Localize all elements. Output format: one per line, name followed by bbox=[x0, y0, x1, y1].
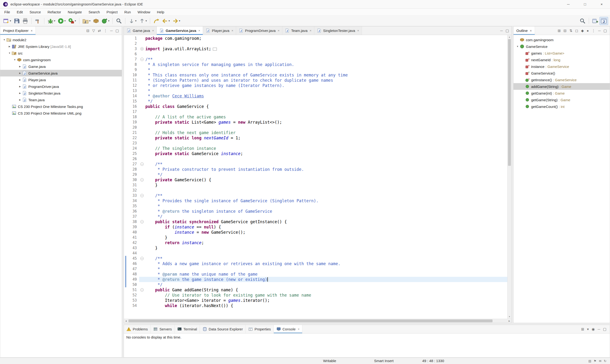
explorer-item-src[interactable]: ▼src bbox=[0, 50, 122, 56]
vertical-scroll-track[interactable] bbox=[507, 39, 511, 315]
collapsed-arrow-icon[interactable]: ▶ bbox=[7, 45, 12, 48]
notifications-icon[interactable]: ⚑ bbox=[593, 359, 598, 363]
code-line-20[interactable]: 20 bbox=[124, 125, 507, 130]
code-text[interactable]: public class GameService { bbox=[145, 104, 507, 109]
horizontal-scroll-thumb[interactable] bbox=[129, 319, 493, 322]
code-text[interactable] bbox=[145, 251, 507, 256]
explorer-item-programdriver-java[interactable]: ▶JProgramDriver.java bbox=[0, 83, 122, 90]
code-text[interactable]: * (Singleton Pattern) and uses an iterat… bbox=[145, 78, 507, 83]
outline-item-addgame-string[interactable]: addGame(String) : Game bbox=[514, 83, 610, 90]
code-line-52[interactable]: 52 // Use iterator to look for existing … bbox=[124, 293, 507, 298]
editor-tab-player-java[interactable]: JPlayer.java× bbox=[203, 26, 236, 35]
next-annotation-button[interactable]: ▾ bbox=[127, 17, 138, 25]
debug-button[interactable]: ▾ bbox=[46, 17, 57, 25]
editor-tab-gameservice-java[interactable]: JGameService.java× bbox=[157, 26, 203, 35]
menu-window[interactable]: Window bbox=[134, 9, 154, 16]
code-text[interactable]: // Holds the next game identifier bbox=[145, 130, 507, 135]
code-text[interactable]: * Adds a new game instance or retrieves … bbox=[145, 261, 507, 266]
horizontal-scrollbar[interactable]: ◀ ▶ bbox=[124, 319, 511, 323]
code-line-23[interactable]: 23 bbox=[124, 141, 507, 146]
code-text[interactable]: * bbox=[145, 67, 507, 72]
code-line-3[interactable]: 3+import java.util.ArrayList; bbox=[124, 46, 507, 52]
code-text[interactable]: } bbox=[145, 235, 507, 240]
editor-tab-team-java[interactable]: JTeam.java× bbox=[282, 26, 314, 35]
forward-button[interactable]: ▾ bbox=[171, 17, 182, 25]
code-text[interactable]: /** bbox=[145, 193, 507, 198]
code-text[interactable]: Iterator<Game> iterator = games.iterator… bbox=[145, 298, 507, 303]
dropdown-arrow-icon[interactable]: ▾ bbox=[146, 19, 147, 22]
code-text[interactable]: * @return the game instance (new or exis… bbox=[145, 277, 507, 282]
open-perspective-button[interactable] bbox=[591, 17, 599, 25]
fold-collapse-icon[interactable]: − bbox=[139, 219, 145, 224]
code-line-21[interactable]: 21 // Holds the next game identifier bbox=[124, 130, 507, 135]
code-line-42[interactable]: 42 return instance; bbox=[124, 240, 507, 245]
code-line-47[interactable]: 47 * bbox=[124, 266, 507, 272]
hide-fields-icon[interactable]: ◻ bbox=[574, 28, 580, 33]
code-text[interactable]: private static GameService instance; bbox=[145, 151, 507, 156]
code-line-51[interactable]: 51− public Game addGame(String name) { bbox=[124, 287, 507, 293]
save-button[interactable] bbox=[13, 17, 21, 25]
close-tab-icon[interactable]: × bbox=[198, 29, 200, 32]
view-tab-servers[interactable]: Servers bbox=[151, 325, 175, 333]
explorer-item-cs-230-project-one-milestone-uml-png[interactable]: CS 230 Project One Milestone UML.png bbox=[0, 110, 122, 117]
code-line-32[interactable]: 32 bbox=[124, 188, 507, 193]
maximize-icon[interactable]: ▢ bbox=[602, 28, 608, 33]
code-line-29[interactable]: 29 */ bbox=[124, 172, 507, 177]
code-text[interactable]: * or retrieve game instances by name (It… bbox=[145, 83, 507, 88]
menu-run[interactable]: Run bbox=[121, 9, 134, 16]
view-menu-icon[interactable]: ⋮ bbox=[102, 28, 109, 33]
previous-annotation-button[interactable]: ▾ bbox=[138, 17, 148, 25]
open-search-dialog-button[interactable] bbox=[115, 17, 123, 25]
code-line-54[interactable]: 54 while (iterator.hasNext()) { bbox=[124, 303, 507, 308]
close-tab-icon[interactable]: × bbox=[310, 29, 311, 32]
code-text[interactable]: * @return the singleton instance of Game… bbox=[145, 209, 507, 214]
code-text[interactable]: * This class ensures only one instance o… bbox=[145, 72, 507, 78]
vertical-sash[interactable] bbox=[122, 26, 124, 358]
sort-icon[interactable]: ⇅ bbox=[568, 28, 574, 33]
code-line-37[interactable]: 37 */ bbox=[124, 214, 507, 219]
code-text[interactable]: return instance; bbox=[145, 240, 507, 245]
code-line-50[interactable]: 50 */ bbox=[124, 282, 507, 287]
close-tab-icon[interactable]: × bbox=[357, 29, 359, 32]
window-maximize-button[interactable]: □ bbox=[577, 0, 593, 8]
code-line-38[interactable]: 38− public static synchronized GameServi… bbox=[124, 219, 507, 224]
build-all-button[interactable] bbox=[34, 17, 42, 25]
code-line-45[interactable]: 45− /** bbox=[124, 256, 507, 261]
code-text[interactable]: /** bbox=[145, 256, 507, 261]
collapsed-arrow-icon[interactable]: ▶ bbox=[18, 92, 22, 94]
code-line-9[interactable]: 9 * bbox=[124, 67, 507, 72]
view-tab-properties[interactable]: Properties bbox=[246, 325, 273, 333]
code-line-36[interactable]: 36 * @return the singleton instance of G… bbox=[124, 209, 507, 214]
collapsed-arrow-icon[interactable]: ▶ bbox=[18, 72, 22, 74]
code-text[interactable]: public static synchronized GameService g… bbox=[145, 219, 507, 224]
outline-tab[interactable]: Outline × bbox=[514, 26, 535, 35]
view-tab-problems[interactable]: Problems bbox=[124, 325, 151, 333]
dropdown-arrow-icon[interactable]: ▾ bbox=[179, 19, 180, 22]
fold-collapse-icon[interactable]: − bbox=[139, 287, 145, 293]
expanded-arrow-icon[interactable]: ▼ bbox=[2, 39, 6, 41]
hide-non-public-icon[interactable]: ● bbox=[585, 28, 590, 33]
code-text[interactable] bbox=[145, 141, 507, 146]
code-line-1[interactable]: 1package com.gamingroom; bbox=[124, 36, 507, 41]
dropdown-arrow-icon[interactable]: ▾ bbox=[89, 19, 91, 22]
code-line-13[interactable]: 13 * bbox=[124, 88, 507, 93]
code-text[interactable]: * bbox=[145, 266, 507, 272]
explorer-item-jre-system-library[interactable]: ▶JRE System Library [JavaSE-1.8] bbox=[0, 43, 122, 50]
code-line-44[interactable]: 44 bbox=[124, 251, 507, 256]
new-java-project-button[interactable]: J▾ bbox=[81, 17, 92, 25]
code-line-7[interactable]: 7−/** bbox=[124, 57, 507, 62]
code-line-14[interactable]: 14 * @author Cece Williams bbox=[124, 93, 507, 99]
explorer-item-game-java[interactable]: ▶JGame.java bbox=[0, 63, 122, 70]
code-text[interactable]: } bbox=[145, 182, 507, 188]
code-text[interactable]: /** bbox=[145, 57, 507, 62]
collapsed-arrow-icon[interactable]: ▶ bbox=[18, 99, 22, 101]
close-view-icon[interactable]: × bbox=[298, 327, 300, 331]
code-line-43[interactable]: 43 } bbox=[124, 245, 507, 251]
horizontal-scroll-track[interactable] bbox=[128, 319, 507, 323]
vertical-scroll-thumb[interactable] bbox=[508, 39, 511, 166]
code-line-41[interactable]: 41 } bbox=[124, 235, 507, 240]
explorer-item-team-java[interactable]: ▶JTeam.java bbox=[0, 96, 122, 103]
code-text[interactable]: // The singleton instance bbox=[145, 146, 507, 151]
new-java-package-button[interactable] bbox=[92, 17, 100, 25]
code-text[interactable]: // A list of the active games bbox=[145, 114, 507, 120]
